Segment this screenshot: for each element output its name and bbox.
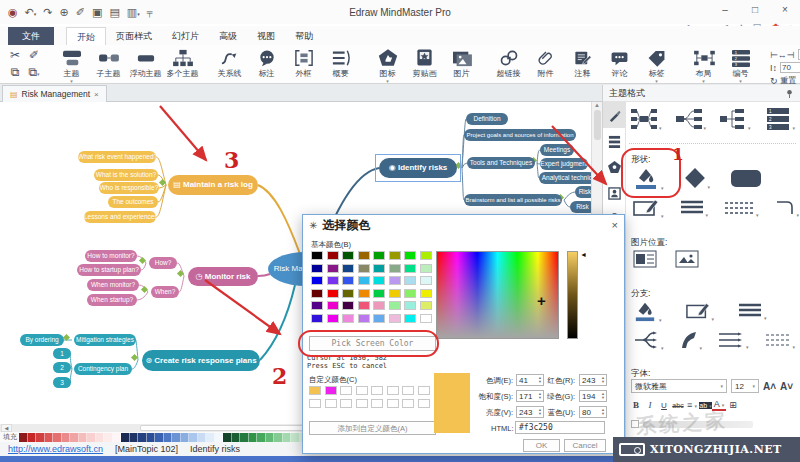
- edrawsoft-link[interactable]: http://www.edrawsoft.cn: [8, 444, 103, 454]
- color-swatch[interactable]: [404, 251, 416, 260]
- branch-fill-icon[interactable]: ▾: [633, 300, 662, 326]
- color-swatch[interactable]: [418, 386, 430, 395]
- color-swatch[interactable]: [311, 301, 323, 310]
- color-swatch[interactable]: [274, 433, 283, 442]
- color-swatch[interactable]: [79, 433, 88, 442]
- topic-node[interactable]: The outcomes: [108, 196, 158, 208]
- layout-tree-icon[interactable]: ▾: [720, 108, 751, 134]
- color-swatch[interactable]: [371, 386, 383, 395]
- color-swatch[interactable]: [389, 314, 401, 323]
- color-swatch[interactable]: [257, 433, 266, 442]
- shape-rounded-rect-icon[interactable]: [730, 167, 762, 193]
- strikethrough-button[interactable]: abc: [671, 402, 685, 409]
- color-swatch[interactable]: [358, 314, 370, 323]
- color-swatch[interactable]: [358, 276, 370, 285]
- color-swatch[interactable]: [389, 301, 401, 310]
- imagepos-left-icon[interactable]: [633, 250, 657, 272]
- color-swatch[interactable]: [327, 301, 339, 310]
- color-swatch[interactable]: [420, 301, 432, 310]
- undo-icon[interactable]: ↶▾: [25, 6, 37, 19]
- shape-linestyle-icon[interactable]: ▾: [680, 199, 709, 221]
- color-swatch[interactable]: [404, 276, 416, 285]
- color-swatch[interactable]: [420, 276, 432, 285]
- customize-qat-icon[interactable]: ╤: [147, 8, 153, 17]
- color-swatch[interactable]: [373, 251, 385, 260]
- color-swatch[interactable]: [342, 301, 354, 310]
- color-swatch[interactable]: [232, 433, 241, 442]
- branch-dashed-icon[interactable]: ▾: [765, 331, 796, 353]
- summary-button[interactable]: 概要: [322, 47, 359, 79]
- color-swatch[interactable]: [327, 289, 339, 298]
- format-brush-icon[interactable]: ✐: [24, 48, 44, 65]
- document-tab[interactable]: ▤ Risk Management ×: [2, 85, 107, 102]
- font-shrink-button[interactable]: A˅: [780, 381, 793, 392]
- color-swatch[interactable]: [206, 433, 215, 442]
- color-swatch[interactable]: [155, 433, 164, 442]
- color-swatch[interactable]: [389, 276, 401, 285]
- export-icon[interactable]: ▥▾: [127, 6, 140, 19]
- blue-input[interactable]: 80▲▼: [579, 406, 607, 418]
- layout-mindmap-icon[interactable]: ▾: [631, 108, 662, 134]
- topic-node[interactable]: 1: [53, 348, 71, 359]
- hyperlink-button[interactable]: 超链接: [490, 47, 527, 79]
- value-slider[interactable]: [567, 251, 578, 339]
- multi-topic-button[interactable]: 多个主题: [164, 47, 201, 79]
- color-swatch[interactable]: [358, 264, 370, 273]
- color-swatch[interactable]: [325, 399, 337, 408]
- color-swatch[interactable]: [387, 399, 399, 408]
- picture-button[interactable]: 图片: [443, 47, 480, 79]
- topic-node[interactable]: Definition: [466, 113, 508, 125]
- color-swatch[interactable]: [358, 251, 370, 260]
- color-swatch[interactable]: [342, 276, 354, 285]
- topic-button[interactable]: 主题 ▾: [53, 47, 90, 83]
- topic-node[interactable]: Contingency plan: [74, 363, 132, 375]
- subtopic-button[interactable]: 子主题: [90, 47, 127, 79]
- color-swatch[interactable]: [389, 251, 401, 260]
- color-swatch[interactable]: [404, 301, 416, 310]
- font-size-select[interactable]: 12▾: [731, 379, 759, 393]
- color-swatch[interactable]: [373, 276, 385, 285]
- color-swatch[interactable]: [70, 433, 79, 442]
- table-button[interactable]: ⊞: [726, 400, 740, 410]
- clipart-tab[interactable]: [603, 154, 626, 180]
- dialog-title-bar[interactable]: ✳ 选择颜色 ×: [303, 215, 624, 235]
- topic-node[interactable]: Who is responsible?: [99, 182, 159, 194]
- color-swatch[interactable]: [62, 433, 71, 442]
- layout-list-icon[interactable]: 123▾: [765, 108, 796, 134]
- add-custom-color-button[interactable]: 添加到自定义颜色(A): [309, 421, 436, 435]
- branch-curve-icon[interactable]: ▾: [680, 330, 703, 354]
- font-family-select[interactable]: 微软雅黑▾: [631, 379, 727, 393]
- topic-node[interactable]: 3: [53, 377, 71, 388]
- underline-button[interactable]: U: [657, 401, 671, 410]
- callout-button[interactable]: 标注: [248, 47, 285, 79]
- color-swatch[interactable]: [340, 399, 352, 408]
- imagepos-full-icon[interactable]: [675, 250, 699, 272]
- tab-close-icon[interactable]: ×: [94, 90, 99, 99]
- tag-button[interactable]: 标签 ▾: [638, 47, 675, 83]
- redo-icon[interactable]: ↷: [43, 6, 52, 19]
- menu-view[interactable]: 视图: [247, 27, 285, 45]
- color-swatch[interactable]: [96, 433, 105, 442]
- color-swatch[interactable]: [373, 314, 385, 323]
- boundary-button[interactable]: 外框: [285, 47, 322, 79]
- color-swatch[interactable]: [373, 301, 385, 310]
- color-swatch[interactable]: [121, 433, 130, 442]
- dialog-close-icon[interactable]: ×: [612, 219, 618, 231]
- topic-node[interactable]: How to startup plan?: [77, 264, 141, 276]
- hue-saturation-area[interactable]: +: [436, 251, 559, 339]
- color-swatch[interactable]: [240, 433, 249, 442]
- floating-topic-button[interactable]: 浮动主题: [127, 47, 164, 79]
- color-swatch[interactable]: [371, 399, 383, 408]
- note-button[interactable]: 注释: [564, 47, 601, 79]
- color-swatch[interactable]: [404, 264, 416, 273]
- import-icon[interactable]: ⊕: [60, 6, 69, 19]
- menu-page-style[interactable]: 页面样式: [106, 27, 162, 45]
- color-swatch[interactable]: [266, 433, 275, 442]
- color-swatch[interactable]: [104, 433, 113, 442]
- topic-node[interactable]: When?: [151, 286, 179, 298]
- color-swatch[interactable]: [340, 386, 352, 395]
- color-swatch[interactable]: [373, 264, 385, 273]
- color-swatch[interactable]: [325, 386, 337, 395]
- color-swatch[interactable]: [327, 314, 339, 323]
- color-swatch[interactable]: [327, 251, 339, 260]
